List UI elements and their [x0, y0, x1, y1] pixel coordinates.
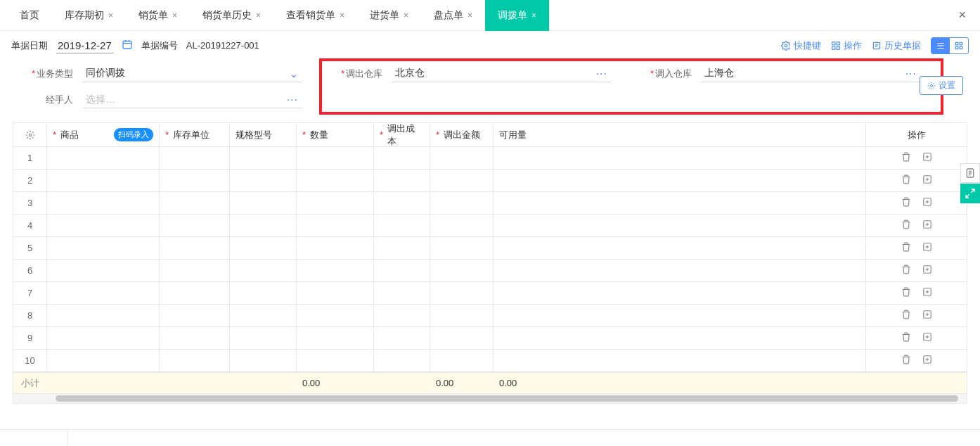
row-index: 3 — [13, 192, 47, 214]
grid-header: *商品扫码录入 *库存单位 规格型号 *数量 *调出成本 *调出金额 可用量 操… — [13, 123, 967, 147]
svg-rect-9 — [955, 46, 958, 49]
status-bar — [0, 429, 980, 446]
add-icon[interactable] — [922, 310, 932, 321]
table-row[interactable]: 9 — [13, 327, 967, 350]
table-row[interactable]: 6 — [13, 260, 967, 282]
tab-inventory-init[interactable]: 库存期初× — [52, 0, 126, 31]
row-ops — [866, 305, 967, 326]
biz-type-input[interactable] — [83, 65, 302, 82]
col-available: 可用量 — [494, 123, 866, 146]
add-icon[interactable] — [922, 265, 932, 276]
tab-sales-history[interactable]: 销货单历史× — [190, 0, 273, 31]
tab-sales-order[interactable]: 销货单× — [126, 0, 190, 31]
delete-icon[interactable] — [901, 355, 911, 367]
handler-input[interactable] — [83, 91, 302, 108]
col-cost: *调出成本 — [374, 123, 430, 146]
close-icon[interactable]: × — [108, 11, 113, 20]
svg-rect-7 — [955, 42, 958, 45]
shortcut-link[interactable]: 快捷键 — [781, 39, 821, 52]
add-icon[interactable] — [922, 355, 932, 367]
table-row[interactable]: 10 — [13, 350, 967, 372]
table-row[interactable]: 5 — [13, 237, 967, 260]
in-wh-input[interactable] — [702, 65, 921, 82]
close-icon[interactable]: × — [256, 11, 261, 20]
row-index: 7 — [13, 282, 47, 304]
delete-icon[interactable] — [901, 174, 911, 186]
history-link[interactable]: 历史单据 — [872, 39, 921, 52]
add-icon[interactable] — [922, 219, 932, 231]
ops-link[interactable]: 操作 — [831, 39, 862, 52]
close-icon[interactable]: × — [468, 11, 472, 20]
field-out-warehouse: *调出仓库 ··· — [330, 65, 612, 82]
row-ops — [866, 350, 967, 371]
settings-button[interactable]: 设置 — [920, 76, 963, 95]
svg-rect-3 — [837, 42, 839, 44]
close-icon[interactable]: × — [531, 11, 536, 20]
add-icon[interactable] — [922, 332, 932, 344]
subtotal-amount: 0.00 — [494, 373, 550, 393]
view-list-button[interactable] — [931, 38, 950, 53]
delete-icon[interactable] — [901, 310, 911, 321]
biz-type-label: *业务类型 — [21, 68, 73, 80]
grid-body[interactable]: 1234567891011 — [13, 147, 967, 372]
in-wh-label: *调入仓库 — [640, 68, 692, 80]
field-in-warehouse: *调入仓库 ··· — [640, 65, 921, 82]
row-index: 5 — [13, 237, 47, 259]
col-amount: *调出金额 — [430, 123, 494, 146]
view-toggle — [931, 37, 969, 54]
table-row[interactable]: 1 — [13, 147, 967, 170]
expand-button[interactable] — [960, 184, 980, 203]
add-icon[interactable] — [922, 197, 932, 209]
date-value[interactable]: 2019-12-27 — [56, 38, 113, 53]
delete-icon[interactable] — [901, 287, 911, 299]
more-icon[interactable]: ··· — [905, 68, 917, 80]
tab-home[interactable]: 首页 — [7, 0, 52, 31]
table-row[interactable]: 8 — [13, 305, 967, 327]
subtotal-qty: 0.00 — [297, 373, 374, 393]
close-icon[interactable]: × — [172, 11, 177, 20]
tab-view-sales[interactable]: 查看销货单× — [273, 0, 357, 31]
table-row[interactable]: 3 — [13, 192, 967, 215]
table-row[interactable]: 7 — [13, 282, 967, 305]
row-index: 2 — [13, 170, 47, 191]
delete-icon[interactable] — [901, 219, 911, 231]
side-tools — [960, 163, 980, 203]
close-all-tabs[interactable]: × — [951, 8, 973, 23]
delete-icon[interactable] — [901, 242, 911, 254]
delete-icon[interactable] — [901, 332, 911, 344]
tab-stocktake[interactable]: 盘点单× — [421, 0, 485, 31]
tab-purchase[interactable]: 进货单× — [357, 0, 421, 31]
docno-value: AL-20191227-001 — [186, 40, 259, 51]
scan-badge[interactable]: 扫码录入 — [114, 128, 153, 141]
delete-icon[interactable] — [901, 197, 911, 209]
notes-button[interactable] — [960, 163, 980, 183]
out-wh-input[interactable] — [392, 65, 612, 82]
scrollbar-thumb[interactable] — [56, 395, 958, 402]
add-icon[interactable] — [922, 242, 932, 254]
delete-icon[interactable] — [901, 265, 911, 276]
more-icon[interactable]: ··· — [596, 68, 607, 80]
gear-icon[interactable] — [13, 123, 47, 146]
svg-point-1 — [785, 44, 787, 47]
delete-icon[interactable] — [901, 152, 911, 164]
close-icon[interactable]: × — [404, 11, 408, 20]
table-row[interactable]: 2 — [13, 170, 967, 192]
horizontal-scrollbar[interactable] — [13, 393, 967, 403]
field-handler: 经手人 ··· — [21, 91, 302, 108]
close-icon[interactable]: × — [340, 11, 344, 20]
tab-transfer[interactable]: 调拨单× — [485, 0, 549, 31]
col-ops: 操作 — [866, 123, 967, 146]
add-icon[interactable] — [922, 152, 932, 164]
row-ops — [866, 260, 967, 281]
row-ops — [866, 170, 967, 191]
add-icon[interactable] — [922, 287, 932, 299]
row-ops — [866, 147, 967, 169]
svg-rect-8 — [960, 42, 962, 45]
view-grid-button[interactable] — [950, 38, 968, 53]
table-row[interactable]: 4 — [13, 215, 967, 237]
add-icon[interactable] — [922, 174, 932, 186]
more-icon[interactable]: ··· — [287, 94, 298, 106]
svg-rect-0 — [123, 41, 131, 49]
calendar-icon[interactable] — [122, 39, 133, 52]
row-ops — [866, 237, 967, 259]
